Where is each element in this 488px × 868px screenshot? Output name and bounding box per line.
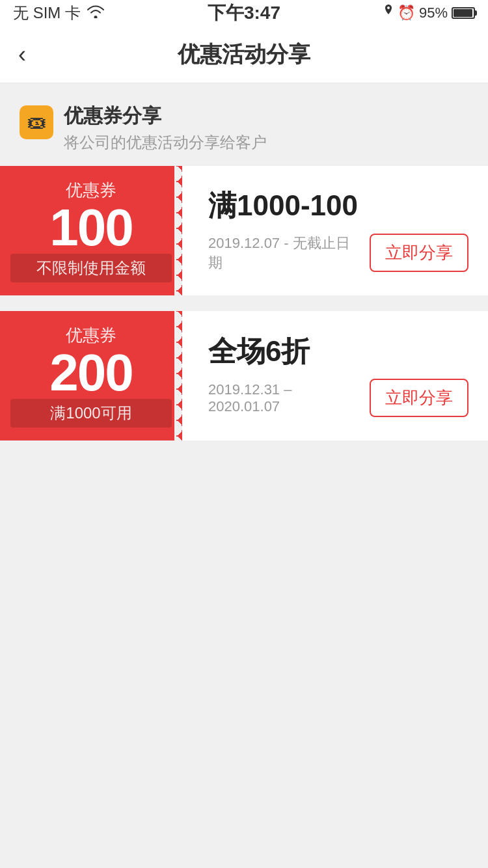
coupon-share-button[interactable]: 立即分享 (370, 234, 468, 272)
coupon-meta: 2019.12.07 - 无截止日期 立即分享 (208, 234, 468, 273)
battery-percent: 95% (419, 5, 448, 21)
coupon-name: 全场6折 (208, 334, 468, 369)
status-bar: 无 SIM 卡 下午3:47 ⏰ 95% (0, 0, 488, 26)
coupon-value: 200 (49, 347, 132, 399)
nav-title: 优惠活动分享 (178, 40, 310, 70)
coupon-date: 2019.12.07 - 无截止日期 (208, 234, 363, 273)
coupon-list: 优惠券 100 不限制使用金额 满1000-100 2019.12.07 - 无… (0, 166, 488, 482)
coupon-condition: 不限制使用金额 (10, 254, 172, 282)
wifi-icon (87, 4, 104, 22)
nav-bar: ‹ 优惠活动分享 (0, 26, 488, 83)
section-icon: 🎟 (20, 105, 53, 139)
coupon-left: 优惠券 200 满1000可用 (0, 311, 182, 441)
coupon-date: 2019.12.31 – 2020.01.07 (208, 381, 363, 415)
coupon-card: 优惠券 200 满1000可用 全场6折 2019.12.31 – 2020.0… (0, 311, 488, 441)
svg-point-0 (387, 7, 390, 9)
back-button[interactable]: ‹ (18, 41, 26, 68)
section-text: 优惠券分享 将公司的优惠活动分享给客户 (64, 103, 267, 153)
location-icon (383, 5, 394, 21)
coupon-left: 优惠券 100 不限制使用金额 (0, 166, 182, 295)
coupon-share-button[interactable]: 立即分享 (370, 379, 468, 417)
status-bar-time: 下午3:47 (208, 1, 280, 25)
status-bar-right: ⏰ 95% (383, 5, 475, 21)
coupon-value: 100 (49, 202, 132, 254)
coupon-name: 满1000-100 (208, 189, 468, 223)
battery-icon (452, 7, 475, 19)
coupon-card: 优惠券 100 不限制使用金额 满1000-100 2019.12.07 - 无… (0, 166, 488, 295)
alarm-icon: ⏰ (398, 5, 415, 21)
status-bar-left: 无 SIM 卡 (13, 3, 104, 23)
coupon-right: 满1000-100 2019.12.07 - 无截止日期 立即分享 (182, 166, 488, 295)
section-subtitle: 将公司的优惠活动分享给客户 (64, 132, 267, 153)
coupon-condition: 满1000可用 (10, 399, 172, 427)
carrier-text: 无 SIM 卡 (13, 3, 81, 23)
section-header: 🎟 优惠券分享 将公司的优惠活动分享给客户 (0, 83, 488, 166)
coupon-meta: 2019.12.31 – 2020.01.07 立即分享 (208, 379, 468, 417)
coupon-right: 全场6折 2019.12.31 – 2020.01.07 立即分享 (182, 311, 488, 441)
section-title: 优惠券分享 (64, 103, 267, 129)
